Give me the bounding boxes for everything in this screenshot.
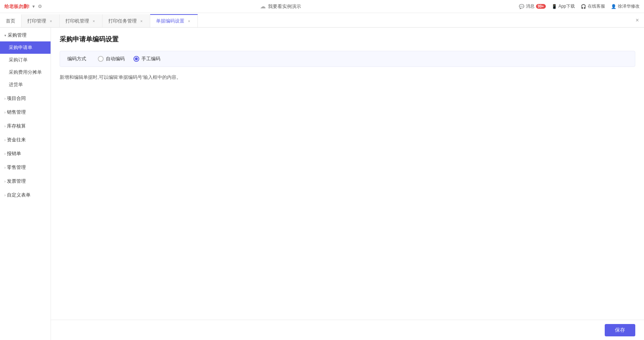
message-button[interactable]: 💬 消息 99+ bbox=[519, 3, 546, 9]
app-download-label: App下载 bbox=[559, 3, 575, 9]
sidebar-group-inventory-title[interactable]: › 库存核算 bbox=[0, 120, 51, 132]
tab-print-mgmt-label: 打印管理 bbox=[27, 18, 46, 24]
sidebar-group-sales-mgmt-label: 销售管理 bbox=[7, 109, 26, 116]
sidebar-item-purchase-order-label: 采购订单 bbox=[9, 57, 28, 62]
demo-text[interactable]: 我要看实例演示 bbox=[268, 3, 301, 10]
arrow-right-icon-3: › bbox=[4, 124, 5, 128]
arrow-right-icon-2: › bbox=[4, 110, 5, 114]
sidebar-group-custom-form-label: 自定义表单 bbox=[7, 192, 31, 198]
sidebar-item-purchase-order[interactable]: 采购订单 bbox=[0, 54, 51, 66]
sidebar-item-purchase-request[interactable]: 采购申请单 bbox=[0, 41, 51, 54]
save-button[interactable]: 保存 bbox=[605, 324, 635, 336]
sidebar-group-sales-mgmt: › 销售管理 bbox=[0, 106, 51, 118]
sidebar-group-custom-form-title[interactable]: › 自定义表单 bbox=[0, 189, 51, 201]
top-bar-center: ☁ 我要看实例演示 bbox=[260, 3, 301, 10]
tab-single-code-setting-label: 单据编码设置 bbox=[156, 18, 184, 24]
arrow-right-icon-4: › bbox=[4, 138, 5, 142]
user-profile-button[interactable]: 👤 徐泽华修改 bbox=[611, 3, 640, 9]
hint-text: 新增和编辑单据时,可以编辑'单据编码号'输入框中的内容。 bbox=[60, 74, 635, 81]
dropdown-icon[interactable]: ▾ bbox=[32, 4, 35, 9]
sidebar-group-project-contract-title[interactable]: › 项目合同 bbox=[0, 92, 51, 105]
sidebar-item-purchase-request-label: 采购申请单 bbox=[9, 45, 32, 50]
app-icon: 📱 bbox=[552, 4, 557, 9]
message-label: 消息 bbox=[526, 3, 535, 9]
arrow-right-icon-7: › bbox=[4, 179, 5, 183]
gear-icon[interactable]: ⚙ bbox=[38, 4, 42, 9]
tab-print-mgmt-close[interactable]: × bbox=[48, 19, 53, 24]
arrow-right-icon-6: › bbox=[4, 166, 5, 170]
tab-print-task-mgmt-close[interactable]: × bbox=[139, 19, 144, 24]
logo-text: 给老板勿删! bbox=[4, 3, 29, 10]
tab-print-mgmt[interactable]: 打印管理 × bbox=[21, 14, 60, 27]
sidebar-group-custom-form: › 自定义表单 bbox=[0, 189, 51, 201]
online-service-label: 在线客服 bbox=[588, 3, 605, 9]
sidebar-item-purchase-expense[interactable]: 采购费用分摊单 bbox=[0, 66, 51, 78]
sidebar-group-purchase-label: 采购管理 bbox=[8, 32, 27, 39]
sidebar: ▾ 采购管理 采购申请单 采购订单 采购费用分摊单 进货单 › 项目合同 bbox=[0, 28, 51, 340]
top-bar-right: 💬 消息 99+ 📱 App下载 🎧 在线客服 👤 徐泽华修改 bbox=[519, 3, 640, 9]
global-close-button[interactable]: × bbox=[631, 17, 644, 24]
encoding-label: 编码方式 bbox=[67, 56, 89, 62]
content-footer: 保存 bbox=[51, 320, 644, 340]
sidebar-item-stock-in[interactable]: 进货单 bbox=[0, 78, 51, 91]
tab-print-task-mgmt[interactable]: 打印任务管理 × bbox=[103, 14, 150, 27]
tab-printer-mgmt-close[interactable]: × bbox=[91, 19, 96, 24]
sidebar-group-purchase-title[interactable]: ▾ 采购管理 bbox=[0, 29, 51, 41]
tab-bar: 首页 打印管理 × 打印机管理 × 打印任务管理 × 单据编码设置 × × bbox=[0, 13, 644, 28]
manual-code-radio[interactable] bbox=[133, 56, 139, 62]
sidebar-group-returns: › 报销单 bbox=[0, 147, 51, 160]
user-name: 徐泽华修改 bbox=[618, 3, 640, 9]
sidebar-group-inventory: › 库存核算 bbox=[0, 120, 51, 132]
auto-code-radio[interactable] bbox=[98, 56, 104, 62]
sidebar-group-project-contract-label: 项目合同 bbox=[7, 95, 26, 102]
tab-printer-mgmt[interactable]: 打印机管理 × bbox=[60, 14, 103, 27]
sidebar-group-returns-title[interactable]: › 报销单 bbox=[0, 147, 51, 160]
user-avatar-icon: 👤 bbox=[611, 4, 616, 9]
sidebar-group-inventory-label: 库存核算 bbox=[7, 123, 26, 129]
tab-home[interactable]: 首页 bbox=[0, 14, 21, 27]
online-service-button[interactable]: 🎧 在线客服 bbox=[581, 3, 605, 9]
sidebar-item-stock-in-label: 进货单 bbox=[9, 82, 23, 87]
message-badge: 99+ bbox=[536, 4, 546, 9]
sidebar-group-fund-flow: › 资金往来 bbox=[0, 134, 51, 146]
sidebar-group-retail-mgmt-title[interactable]: › 零售管理 bbox=[0, 161, 51, 174]
arrow-right-icon-1: › bbox=[4, 97, 5, 101]
sidebar-group-returns-label: 报销单 bbox=[7, 150, 21, 157]
sidebar-group-retail-mgmt-label: 零售管理 bbox=[7, 164, 26, 171]
sidebar-item-purchase-expense-label: 采购费用分摊单 bbox=[9, 69, 42, 75]
sidebar-group-fund-flow-label: 资金往来 bbox=[7, 137, 26, 143]
manual-code-option[interactable]: 手工编码 bbox=[133, 56, 160, 62]
content-area: 采购申请单编码设置 编码方式 自动编码 手工编码 新增和编辑单据时,可以编辑'单… bbox=[51, 28, 644, 340]
sidebar-group-sales-mgmt-title[interactable]: › 销售管理 bbox=[0, 106, 51, 118]
content-inner: 采购申请单编码设置 编码方式 自动编码 手工编码 新增和编辑单据时,可以编辑'单… bbox=[51, 28, 644, 320]
tab-single-code-setting-close[interactable]: × bbox=[187, 19, 192, 24]
top-bar-left: 给老板勿删! ▾ ⚙ bbox=[4, 3, 42, 10]
tab-home-label: 首页 bbox=[6, 18, 15, 24]
top-bar: 给老板勿删! ▾ ⚙ ☁ 我要看实例演示 💬 消息 99+ 📱 App下载 🎧 … bbox=[0, 0, 644, 13]
headset-icon: 🎧 bbox=[581, 4, 586, 9]
sidebar-group-project-contract: › 项目合同 bbox=[0, 92, 51, 105]
tab-printer-mgmt-label: 打印机管理 bbox=[65, 18, 89, 24]
arrow-down-icon: ▾ bbox=[4, 33, 6, 37]
sidebar-group-purchase: ▾ 采购管理 采购申请单 采购订单 采购费用分摊单 进货单 bbox=[0, 29, 51, 91]
sidebar-group-invoice-mgmt-label: 发票管理 bbox=[7, 178, 26, 185]
main-layout: ▾ 采购管理 采购申请单 采购订单 采购费用分摊单 进货单 › 项目合同 bbox=[0, 28, 644, 340]
sidebar-group-fund-flow-title[interactable]: › 资金往来 bbox=[0, 134, 51, 146]
encoding-row: 编码方式 自动编码 手工编码 bbox=[60, 51, 635, 67]
auto-code-option[interactable]: 自动编码 bbox=[98, 56, 125, 62]
auto-code-label: 自动编码 bbox=[106, 56, 125, 62]
cloud-icon: ☁ bbox=[260, 3, 266, 10]
page-title: 采购申请单编码设置 bbox=[60, 35, 635, 44]
app-download-button[interactable]: 📱 App下载 bbox=[552, 3, 575, 9]
arrow-right-icon-8: › bbox=[4, 193, 5, 197]
sidebar-group-retail-mgmt: › 零售管理 bbox=[0, 161, 51, 174]
message-icon: 💬 bbox=[519, 4, 524, 9]
tab-print-task-mgmt-label: 打印任务管理 bbox=[108, 18, 137, 24]
tab-single-code-setting[interactable]: 单据编码设置 × bbox=[150, 14, 198, 27]
sidebar-group-invoice-mgmt: › 发票管理 bbox=[0, 175, 51, 187]
manual-code-label: 手工编码 bbox=[141, 56, 160, 62]
arrow-right-icon-5: › bbox=[4, 152, 5, 156]
sidebar-group-invoice-mgmt-title[interactable]: › 发票管理 bbox=[0, 175, 51, 187]
